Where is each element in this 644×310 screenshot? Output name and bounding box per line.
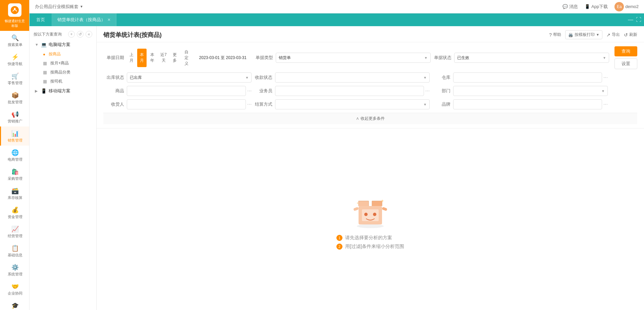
receipt-status-arrow-icon: ▼ xyxy=(423,76,427,80)
consignee-dots-icon[interactable]: ··· xyxy=(247,101,252,107)
filter-row-3: 商品 ··· 业务员 ··· 部门 xyxy=(103,86,637,96)
sidebar-item-operations[interactable]: 📈 经营管理 xyxy=(0,222,29,241)
settings-button[interactable]: 设置 xyxy=(614,58,637,69)
sidebar-item-sales[interactable]: 📊 销售管理 xyxy=(0,126,29,146)
sidebar-item-retail[interactable]: 🛒 零售管理 xyxy=(0,69,29,88)
sidebar-item-search[interactable]: 🔍 搜索菜单 xyxy=(0,31,29,50)
tab-close-icon[interactable]: ✕ xyxy=(107,17,111,22)
svg-point-5 xyxy=(364,213,368,216)
date-btn-custom[interactable]: 自定义 xyxy=(181,49,193,67)
svg-point-6 xyxy=(373,213,376,216)
tab-maximize-icon[interactable]: ⛶ xyxy=(636,17,641,23)
doc-type-select[interactable]: 销货单 ▼ xyxy=(276,53,431,63)
tab-minimize-icon[interactable]: — xyxy=(628,17,633,23)
tab-home[interactable]: 首页 xyxy=(30,13,52,26)
app-selector-arrow-icon: ▼ xyxy=(80,5,83,8)
right-panel: 销货单统计表(按商品) ? 帮助 🖨️ 按模板打印 ▼ ↗ 导出 xyxy=(97,26,644,310)
inventory-icon: 🗃️ xyxy=(11,187,19,195)
filter-item-receipt-status: 收款状态 ▼ xyxy=(252,72,430,83)
settlement-label: 结算方式 xyxy=(252,101,275,107)
sub-tree-by-month-goods[interactable]: ▦ 按月+商品 xyxy=(34,59,96,68)
sidebar-item-newbie[interactable]: 🎓 新手引导 xyxy=(0,299,29,310)
sidebar-item-basic[interactable]: 📋 基础信息 xyxy=(0,241,29,260)
consignee-input[interactable] xyxy=(127,99,246,109)
warehouse-input[interactable] xyxy=(453,72,602,83)
home-tab-label: 首页 xyxy=(36,17,45,23)
tab-sales-stats[interactable]: 销货单统计表（按商品） ✕ xyxy=(52,13,116,26)
date-filter-control: 上月 本月 本年 近7天 更多 自定义 xyxy=(127,49,252,67)
pc-tree-icon: 💻 xyxy=(41,42,47,47)
by-driver-icon: ▦ xyxy=(43,79,47,84)
left-panel-header: 按以下方案查询 + ↺ « xyxy=(30,29,96,40)
logo-subtext: 标版 xyxy=(11,23,18,28)
doc-status-control: 已生效 ▼ xyxy=(454,53,609,63)
dept-select[interactable]: ▼ xyxy=(453,86,608,96)
sub-tree-by-driver[interactable]: ▦ 按司机 xyxy=(34,77,96,86)
system-icon: ⚙️ xyxy=(11,264,19,271)
user-area[interactable]: Ea demo2 xyxy=(614,2,639,11)
topbar-left: 办公用品行业模拟账套 ▼ xyxy=(35,4,83,10)
date-btn-more[interactable]: 更多 xyxy=(170,49,179,67)
receipt-status-select[interactable]: ▼ xyxy=(275,72,430,83)
date-btn-this-year[interactable]: 本年 xyxy=(148,49,157,67)
query-button[interactable]: 查询 xyxy=(614,46,637,56)
salesman-dots-icon[interactable]: ··· xyxy=(425,88,430,94)
tree-refresh-icon[interactable]: ↺ xyxy=(77,31,84,38)
tip-num-1: 1 xyxy=(336,235,342,241)
sidebar-item-marketing[interactable]: 📢 营销推广 xyxy=(0,107,29,126)
salesman-input[interactable] xyxy=(275,86,424,96)
sidebar-item-wholesale[interactable]: 📦 批发管理 xyxy=(0,88,29,107)
sidebar-item-inventory[interactable]: 🗃️ 库存核算 xyxy=(0,184,29,203)
goods-input[interactable] xyxy=(127,86,246,96)
receipt-status-control: ▼ xyxy=(275,72,430,83)
date-btn-this-month[interactable]: 本月 xyxy=(137,49,146,67)
settlement-select[interactable]: ▼ xyxy=(275,99,430,109)
sidebar-item-ecommerce[interactable]: 🌐 电商管理 xyxy=(0,146,29,165)
template-print-btn[interactable]: 🖨️ 按模板打印 ▼ xyxy=(565,30,602,39)
filter-area: 单据日期 上月 本月 本年 近7天 更多 自定义 xyxy=(97,42,644,128)
goods-dots-icon[interactable]: ··· xyxy=(247,88,252,94)
sub-tree-by-goods-label: 按商品 xyxy=(49,51,61,57)
refresh-action[interactable]: ↺ 刷新 xyxy=(624,32,637,38)
collapse-more-btn[interactable]: ∧ 收起更多条件 xyxy=(103,113,637,124)
sidebar-item-purchase[interactable]: 🛍️ 采购管理 xyxy=(0,165,29,184)
date-btn-last-month[interactable]: 上月 xyxy=(127,49,136,67)
date-btns: 上月 本月 本年 近7天 更多 自定义 xyxy=(127,49,193,67)
date-range-input[interactable] xyxy=(197,53,252,62)
mobile-tree-icon: 📱 xyxy=(41,88,47,94)
sub-tree-by-driver-label: 按司机 xyxy=(50,79,62,84)
brand-input[interactable] xyxy=(453,99,602,109)
help-label: 帮助 xyxy=(553,32,561,38)
sidebar-item-finance[interactable]: 💰 资金管理 xyxy=(0,203,29,222)
app-download-action[interactable]: 📱 App下载 xyxy=(585,4,608,10)
tree-add-icon[interactable]: + xyxy=(68,31,75,38)
doc-status-select[interactable]: 已生效 ▼ xyxy=(454,53,609,63)
out-status-select[interactable]: 已出库 ▼ xyxy=(127,72,252,83)
sidebar-item-quick-nav[interactable]: ⚡ 快捷导航 xyxy=(0,50,29,69)
app-selector[interactable]: 办公用品行业模拟账套 ▼ xyxy=(35,4,83,10)
brand-label: 品牌 xyxy=(430,101,453,107)
empty-icon: ✦ ✦ xyxy=(350,189,390,229)
help-action[interactable]: ? 帮助 xyxy=(549,32,561,38)
svg-rect-4 xyxy=(362,209,379,221)
warehouse-dots-icon[interactable]: ··· xyxy=(603,74,608,81)
filter-item-doc-type: 单据类型 销货单 ▼ xyxy=(252,53,431,63)
operations-icon: 📈 xyxy=(11,225,19,233)
tree-collapse-icon[interactable]: « xyxy=(86,31,92,38)
sidebar-item-system[interactable]: ⚙️ 系统管理 xyxy=(0,260,29,279)
export-action[interactable]: ↗ 导出 xyxy=(606,32,620,38)
brand-dots-icon[interactable]: ··· xyxy=(603,101,608,107)
doc-type-control: 销货单 ▼ xyxy=(276,53,431,63)
sidebar-item-enterprise[interactable]: 🤝 企业协同 xyxy=(0,279,29,299)
page-actions: ? 帮助 🖨️ 按模板打印 ▼ ↗ 导出 ↺ 刷新 xyxy=(549,30,637,39)
avatar: Ea xyxy=(614,2,624,11)
filter-item-doc-status: 单据状态 已生效 ▼ xyxy=(431,53,609,63)
sub-tree-by-category[interactable]: ▦ 按商品分类 xyxy=(34,68,96,77)
tree-item-pc[interactable]: ▼ 💻 电脑端方案 xyxy=(30,40,96,50)
out-status-control: 已出库 ▼ xyxy=(127,72,252,83)
tree-item-mobile[interactable]: ▶ 📱 移动端方案 xyxy=(30,86,96,96)
date-btn-7days[interactable]: 近7天 xyxy=(158,49,169,67)
sub-tree-by-goods[interactable]: ● 按商品 xyxy=(34,50,96,59)
filter-row-4: 收货人 ··· 结算方式 ▼ xyxy=(103,99,637,109)
message-action[interactable]: 💬 消息 xyxy=(562,4,578,10)
